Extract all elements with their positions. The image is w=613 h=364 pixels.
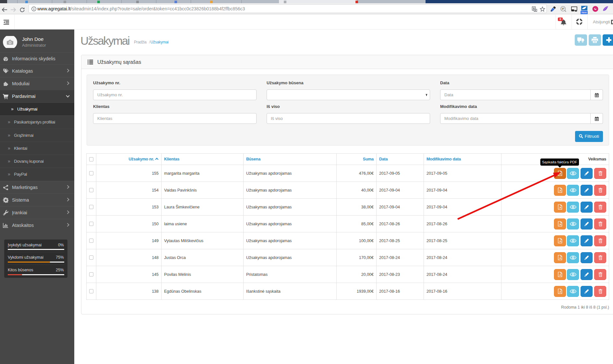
svg-text:IP: IP — [562, 7, 564, 10]
